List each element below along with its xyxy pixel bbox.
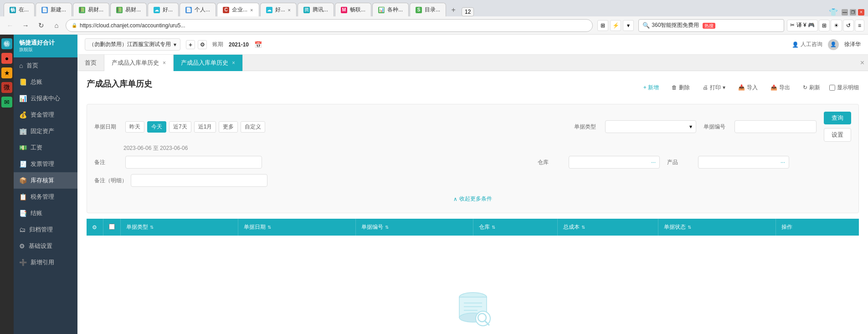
tab-6[interactable]: 📄 个人...	[180, 3, 216, 16]
sidebar-item-tax[interactable]: 📋 税务管理	[14, 189, 77, 205]
window-close-btn[interactable]: ×	[858, 9, 864, 15]
breadcrumb-tab-1[interactable]: 产成品入库单历史 ×	[104, 55, 174, 71]
user-service-btn[interactable]: 👤 人工咨询	[792, 41, 822, 48]
app-icon-3[interactable]: 微	[1, 82, 12, 93]
tab-10[interactable]: M 畅联...	[335, 3, 371, 16]
sidebar-item-new-ref[interactable]: ➕ 新增引用	[14, 254, 77, 271]
tab-11[interactable]: 📊 各种...	[372, 3, 409, 16]
company-select[interactable]: （勿删勿禁用）江西服宝测试专用 ▾	[85, 38, 180, 51]
app-icon-1[interactable]: ●	[1, 53, 12, 64]
date-btn-7days[interactable]: 近7天	[169, 121, 191, 133]
tab-12[interactable]: S 目录...	[410, 3, 446, 16]
doc-type-label: 单据类型	[574, 123, 601, 131]
add-tab-button[interactable]: +	[447, 4, 460, 16]
tab1-close-icon[interactable]: ×	[163, 60, 166, 66]
th-doc-date[interactable]: 单据日期 ⇅	[238, 219, 355, 236]
tab-4[interactable]: 📗 易财...	[110, 3, 147, 16]
warehouse-dots-btn[interactable]: ···	[651, 159, 656, 165]
refresh-button[interactable]: ↻	[35, 19, 47, 32]
address-input[interactable]: 🔒 https://cloud.chanjet.com/accounting/u…	[66, 19, 593, 32]
print-btn[interactable]: 🖨 打印 ▾	[699, 82, 729, 93]
tab-1[interactable]: 畅 在...	[4, 3, 35, 16]
refresh-btn[interactable]: ↻ 刷新	[799, 82, 824, 93]
app-icon-2[interactable]: ★	[1, 67, 12, 78]
content-close-btn[interactable]: ×	[860, 59, 864, 67]
date-btn-1month[interactable]: 近1月	[194, 121, 216, 133]
date-btn-more[interactable]: 更多	[219, 121, 238, 133]
doc-num-input[interactable]	[734, 120, 817, 133]
back-button[interactable]: ←	[4, 19, 16, 32]
delete-btn[interactable]: 🗑 删除	[668, 82, 693, 93]
tab-3[interactable]: 📗 易财...	[73, 3, 109, 16]
select-all-checkbox[interactable]	[109, 224, 115, 230]
scissors-tool[interactable]: ✂ 译 ¥ 🎮	[787, 20, 818, 31]
tab-5[interactable]: ☁ 好...	[148, 3, 179, 16]
product-select[interactable]: ···	[698, 156, 789, 169]
th-gear[interactable]: ⚙	[87, 219, 103, 236]
dropdown-button[interactable]: ▾	[623, 20, 634, 31]
sidebar-item-home[interactable]: ⌂ 首页	[14, 57, 77, 74]
add-btn[interactable]: + 新增	[640, 82, 663, 93]
remark-input[interactable]	[125, 156, 262, 169]
date-btn-custom[interactable]: 自定义	[241, 121, 265, 133]
restore-tool[interactable]: ↺	[843, 20, 854, 31]
chanjet-icon[interactable]: 畅	[1, 38, 12, 49]
breadcrumb-home[interactable]: 首页	[77, 55, 104, 71]
th-doc-type[interactable]: 单据类型 ⇅	[120, 219, 238, 236]
period-settings-btn[interactable]: ⚙	[198, 40, 207, 49]
sidebar-item-fixed-assets[interactable]: 🏢 固定资产	[14, 123, 77, 139]
sidebar-item-settlement[interactable]: 📑 结账	[14, 205, 77, 221]
sidebar-item-archive[interactable]: 🗂 归档管理	[14, 221, 77, 238]
import-btn[interactable]: 📥 导入	[734, 82, 761, 93]
th-checkbox[interactable]	[103, 219, 120, 236]
tab-2[interactable]: 📄 新建...	[36, 3, 72, 16]
remark2-input[interactable]	[131, 174, 267, 187]
brightness-tool[interactable]: ☀	[831, 20, 842, 31]
sidebar-item-invoice[interactable]: 🧾 发票管理	[14, 156, 77, 172]
th-doc-status[interactable]: 单据状态 ⇅	[658, 219, 776, 236]
tab-7[interactable]: C 企业... ×	[217, 3, 259, 16]
show-columns-checkbox[interactable]	[829, 85, 835, 91]
query-btn[interactable]: 查询	[824, 112, 851, 124]
search-text: 360智能抠图免费用	[652, 21, 699, 29]
setting-btn[interactable]: 设置	[824, 128, 851, 142]
app-icon-4[interactable]: ✉	[1, 97, 12, 108]
calendar-icon[interactable]: 📅	[254, 41, 262, 48]
product-dots-btn[interactable]: ···	[781, 159, 785, 165]
doc-type-select[interactable]: ▾	[605, 120, 696, 133]
date-btn-yesterday[interactable]: 昨天	[125, 121, 144, 133]
apps-button[interactable]: ⊞	[597, 20, 608, 31]
cloud-report-icon: 📊	[19, 95, 27, 102]
sidebar-item-cloud-report[interactable]: 📊 云报表中心	[14, 90, 77, 107]
sidebar-item-payroll[interactable]: 💵 工资	[14, 139, 77, 156]
collapse-btn[interactable]: ∧ 收起更多条件	[94, 192, 851, 206]
home-button[interactable]: ⌂	[50, 19, 63, 32]
tab-9[interactable]: 腾 腾讯...	[298, 3, 334, 16]
warehouse-select[interactable]: ···	[569, 156, 660, 169]
forward-button[interactable]: →	[19, 19, 32, 32]
th-total-cost[interactable]: 总成本 ⇅	[557, 219, 658, 236]
tab-7-close[interactable]: ×	[250, 7, 253, 13]
tab-8-close[interactable]: ×	[288, 7, 291, 13]
th-warehouse[interactable]: 仓库 ⇅	[473, 219, 557, 236]
sidebar-item-inventory[interactable]: 📦 库存核算	[14, 172, 77, 189]
tab-8[interactable]: ☁ 好... ×	[260, 3, 297, 16]
tab2-close-icon[interactable]: ×	[232, 60, 235, 66]
sidebar-item-settings[interactable]: ⚙ 基础设置	[14, 238, 77, 254]
window-minimize-btn[interactable]: —	[842, 9, 848, 15]
more-tool[interactable]: ≡	[855, 20, 864, 31]
th-doc-num[interactable]: 单据编号 ⇅	[355, 219, 473, 236]
extension-button[interactable]: ⚡	[610, 20, 621, 31]
export-btn[interactable]: 📤 导出	[767, 82, 794, 93]
window-restore-btn[interactable]: ❐	[850, 9, 856, 15]
search-area[interactable]: 🔍 360智能抠图免费用 热搜	[638, 19, 784, 32]
breadcrumb-tab-2[interactable]: 产成品入库单历史 ×	[174, 55, 243, 71]
remark-field: 备注	[94, 156, 262, 169]
add-period-btn[interactable]: +	[186, 40, 195, 49]
window-tshirt-btn[interactable]: 👕	[827, 8, 840, 16]
sidebar-item-ledger[interactable]: 📒 总账	[14, 74, 77, 90]
sidebar-item-fund[interactable]: 💰 资金管理	[14, 107, 77, 123]
date-btn-today[interactable]: 今天	[147, 121, 166, 133]
grid-tool[interactable]: ⊞	[819, 20, 830, 31]
th-ops: 操作	[776, 219, 859, 236]
